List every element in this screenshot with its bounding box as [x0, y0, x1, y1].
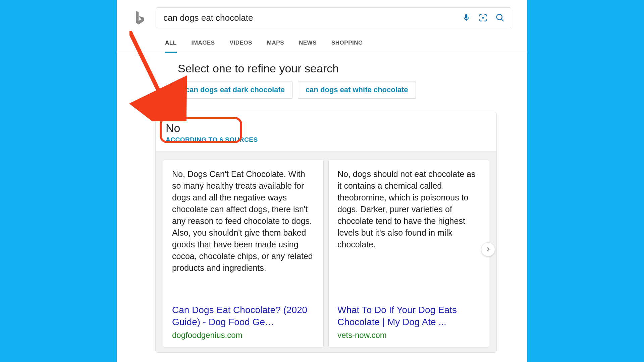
card-domain: dogfoodgenius.com	[172, 330, 315, 340]
tab-maps[interactable]: MAPS	[267, 40, 284, 53]
refine-chips: can dogs eat dark chocolate can dogs eat…	[178, 81, 527, 99]
header	[117, 0, 527, 28]
card-body: No, dogs should not eat chocolate as it …	[337, 168, 480, 274]
tab-all[interactable]: ALL	[165, 40, 177, 53]
card-link[interactable]: Can Dogs Eat Chocolate? (2020 Guide) - D…	[172, 304, 315, 328]
answer-header: No ACCORDING TO 6 SOURCES	[156, 112, 496, 152]
card-body: No, Dogs Can't Eat Chocolate. With so ma…	[172, 168, 315, 274]
source-card[interactable]: No, dogs should not eat chocolate as it …	[328, 159, 489, 348]
microphone-icon[interactable]	[462, 13, 471, 22]
next-card-button[interactable]	[481, 242, 495, 256]
refine-section: Select one to refine your search can dog…	[117, 53, 527, 99]
search-box[interactable]	[156, 7, 511, 28]
bing-logo[interactable]	[133, 9, 146, 26]
category-tabs: ALL IMAGES VIDEOS MAPS NEWS SHOPPING	[117, 40, 527, 53]
refine-title: Select one to refine your search	[178, 62, 527, 75]
answer-word: No	[166, 122, 486, 135]
tab-images[interactable]: IMAGES	[192, 40, 215, 53]
svg-point-0	[482, 17, 484, 18]
chevron-right-icon	[485, 246, 491, 252]
page-container: ALL IMAGES VIDEOS MAPS NEWS SHOPPING Sel…	[117, 0, 527, 362]
source-card[interactable]: No, Dogs Can't Eat Chocolate. With so ma…	[163, 159, 324, 348]
searchbox-icons	[462, 13, 505, 22]
refine-chip[interactable]: can dogs eat dark chocolate	[178, 81, 292, 99]
card-link[interactable]: What To Do If Your Dog Eats Chocolate | …	[337, 304, 480, 328]
tab-shopping[interactable]: SHOPPING	[331, 40, 363, 53]
search-input[interactable]	[163, 13, 462, 23]
answer-box: No ACCORDING TO 6 SOURCES No, Dogs Can't…	[155, 112, 497, 353]
tab-news[interactable]: NEWS	[299, 40, 317, 53]
search-icon[interactable]	[495, 13, 505, 22]
answer-sources[interactable]: ACCORDING TO 6 SOURCES	[166, 136, 486, 143]
refine-chip[interactable]: can dogs eat white chocolate	[298, 81, 416, 99]
camera-search-icon[interactable]	[479, 13, 487, 22]
card-domain: vets-now.com	[337, 330, 480, 340]
tab-videos[interactable]: VIDEOS	[230, 40, 252, 53]
source-cards: No, Dogs Can't Eat Chocolate. With so ma…	[156, 152, 496, 352]
